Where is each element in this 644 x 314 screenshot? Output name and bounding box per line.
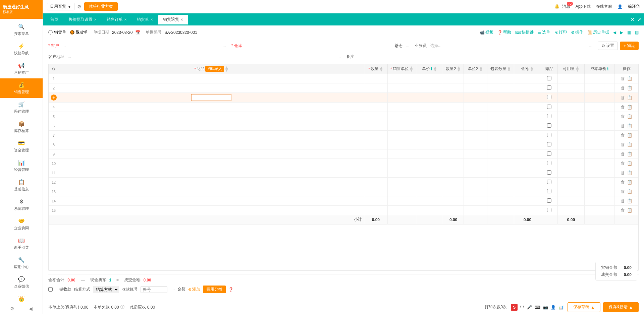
tab-sale_order[interactable]: 销售订单✕ xyxy=(102,15,131,24)
gift-checkbox[interactable] xyxy=(547,208,551,212)
copy-icon[interactable]: 📋 xyxy=(627,170,632,175)
tab-close-sale_goods[interactable]: ✕ xyxy=(150,18,153,21)
zhong-icon[interactable]: 中 xyxy=(520,304,524,310)
video-link[interactable]: 📹 视频 xyxy=(480,29,493,35)
shortcut-link[interactable]: ⌨ 快捷键 xyxy=(515,29,534,35)
delete-icon[interactable]: 🗑 xyxy=(621,85,625,90)
copy-icon[interactable]: 📋 xyxy=(627,161,632,166)
gift-checkbox[interactable] xyxy=(547,180,551,184)
copy-icon[interactable]: 📋 xyxy=(627,198,632,203)
tab-sale_goods[interactable]: 销货单✕ xyxy=(132,15,158,24)
calendar-icon[interactable]: 📅 xyxy=(135,30,140,35)
gift-checkbox[interactable] xyxy=(547,151,551,156)
save-new-btn[interactable]: 保存&新增 ▲ xyxy=(603,302,639,312)
salesperson-select-btn[interactable]: ··· xyxy=(589,44,592,48)
tab-close-all-icon[interactable]: ✕ xyxy=(631,17,635,22)
prev-icon[interactable]: ◀ xyxy=(613,30,616,35)
gift-checkbox[interactable] xyxy=(547,133,551,137)
goods-cell[interactable] xyxy=(59,149,364,159)
delete-icon[interactable]: 🗑 xyxy=(621,180,625,185)
gift-checkbox[interactable] xyxy=(547,105,551,109)
goods-cell[interactable] xyxy=(59,178,364,187)
sidebar-settings-icon[interactable]: ⚙ xyxy=(10,306,14,311)
gift-checkbox[interactable] xyxy=(547,114,551,118)
industry-select[interactable]: 日用百货 ▼ xyxy=(47,3,74,10)
next-icon[interactable]: ▶ xyxy=(620,30,623,35)
experience-btn[interactable]: 体验行业方案 xyxy=(84,2,118,11)
copy-icon[interactable]: 📋 xyxy=(627,105,632,110)
grid-view-icon[interactable]: ▦ xyxy=(627,30,631,35)
account-input[interactable] xyxy=(141,286,167,293)
settlement-select[interactable]: 结算方式 xyxy=(93,286,119,293)
delete-icon[interactable]: 🗑 xyxy=(621,133,625,138)
gift-checkbox[interactable] xyxy=(547,95,551,99)
copy-icon[interactable]: 📋 xyxy=(627,114,632,119)
discount-info-icon[interactable]: ℹ xyxy=(109,278,111,282)
select-link[interactable]: ☰ 选单 xyxy=(538,29,550,35)
save-draft-btn[interactable]: 保存草稿 ▲ xyxy=(568,302,600,312)
delete-icon[interactable]: 🗑 xyxy=(621,105,625,110)
app-download-link[interactable]: App下载 xyxy=(576,4,591,9)
copy-icon[interactable]: 📋 xyxy=(627,142,632,147)
delete-icon[interactable]: 🗑 xyxy=(621,198,625,203)
goods-input[interactable] xyxy=(191,94,231,101)
camera-icon[interactable]: 📷 xyxy=(543,305,548,310)
copy-icon[interactable]: 📋 xyxy=(627,133,632,138)
account-select-btn[interactable]: ··· xyxy=(171,287,175,292)
person-icon[interactable]: 👤 xyxy=(551,305,556,310)
scan-btn[interactable]: 扫码录入 xyxy=(205,66,224,72)
customer-select-btn[interactable]: ··· xyxy=(223,44,226,48)
operate-link[interactable]: ⚙ 操作 xyxy=(571,29,583,35)
tab-close-sale_return[interactable]: ✕ xyxy=(180,18,183,21)
tab-close-sale_price[interactable]: ✕ xyxy=(94,18,97,21)
salesperson-input[interactable] xyxy=(429,42,586,49)
delete-icon[interactable]: 🗑 xyxy=(621,208,625,213)
sidebar-item-system[interactable]: ⚙系统管理 xyxy=(0,195,43,214)
delete-icon[interactable]: 🗑 xyxy=(621,170,625,175)
chart-icon[interactable]: 📊 xyxy=(558,305,564,310)
sidebar-item-purchase[interactable]: 🛒采购管理 xyxy=(0,98,43,117)
remark-input[interactable] xyxy=(356,53,639,60)
gift-checkbox[interactable] xyxy=(547,170,551,175)
one-key-collect-checkbox[interactable] xyxy=(48,287,53,292)
logistics-btn[interactable]: + 物流 xyxy=(620,42,639,50)
tab-maximize-icon[interactable]: ⤢ xyxy=(637,17,641,22)
sidebar-item-apps[interactable]: 🔧应用中心 xyxy=(0,253,43,273)
sidebar-item-marketing[interactable]: 📢营销推广 xyxy=(0,59,43,78)
delete-icon[interactable]: 🗑 xyxy=(621,161,625,166)
message-icon[interactable]: 🔔 70 消息 xyxy=(554,4,570,9)
online-service-link[interactable]: 在线客服 xyxy=(596,4,612,9)
warehouse-input[interactable] xyxy=(244,42,392,49)
mic-icon[interactable]: 🎤 xyxy=(527,305,532,310)
gift-checkbox[interactable] xyxy=(547,85,551,90)
sidebar-item-search[interactable]: 🔍搜索菜单 xyxy=(0,20,43,40)
goods-cell[interactable] xyxy=(59,93,364,103)
print-link[interactable]: 🖨 打印 xyxy=(554,29,567,35)
delete-icon[interactable]: 🗑 xyxy=(621,95,625,100)
copy-icon[interactable]: 📋 xyxy=(627,85,632,90)
user-name[interactable]: 徐泽华 xyxy=(628,4,640,9)
goods-cell[interactable] xyxy=(59,121,364,131)
gift-checkbox[interactable] xyxy=(547,123,551,128)
gift-checkbox[interactable] xyxy=(547,189,551,193)
sidebar-item-inventory[interactable]: 📦库存核算 xyxy=(0,117,43,137)
copy-icon[interactable]: 📋 xyxy=(627,76,632,81)
tab-sale_return[interactable]: 销货退货✕ xyxy=(158,15,188,24)
add-row-btn[interactable]: + xyxy=(51,95,57,101)
settings-btn[interactable]: ⚙ 设置 xyxy=(598,42,618,50)
type-return-option[interactable]: 退货单 xyxy=(70,29,88,35)
goods-cell[interactable] xyxy=(59,187,364,196)
sidebar-item-enterprise[interactable]: 🤝企业协同 xyxy=(0,214,43,234)
goods-cell[interactable] xyxy=(59,103,364,112)
list-view-icon[interactable]: ▤ xyxy=(635,30,639,35)
tab-sale_price[interactable]: 售价提取设置✕ xyxy=(64,15,101,24)
delete-icon[interactable]: 🗑 xyxy=(621,189,625,194)
gift-checkbox[interactable] xyxy=(547,198,551,203)
customer-input[interactable] xyxy=(61,42,219,49)
keyboard-icon[interactable]: ⌨ xyxy=(535,305,540,310)
goods-cell[interactable] xyxy=(59,131,364,140)
goods-cell[interactable] xyxy=(59,206,364,215)
customer-addr-select-btn[interactable]: ··· xyxy=(337,55,341,59)
goods-cell[interactable] xyxy=(59,112,364,121)
copy-icon[interactable]: 📋 xyxy=(627,180,632,185)
